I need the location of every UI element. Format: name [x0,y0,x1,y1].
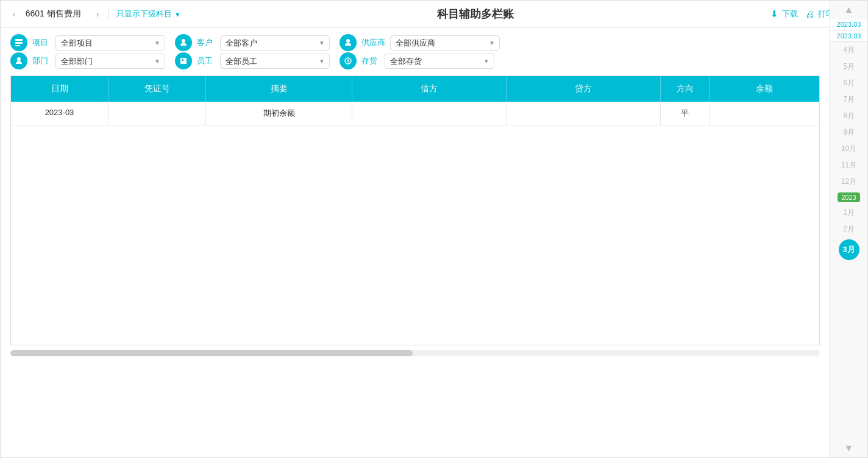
col-summary: 摘要 [206,76,352,102]
project-select-wrapper: 全部项目 [55,35,165,51]
inventory-label: 存货 [361,55,380,66]
col-direction: 方向 [661,76,710,102]
department-label: 部门 [32,55,51,66]
timeline-header-1[interactable]: 2023.03 [830,19,867,30]
filter-group-department: 部门 全部部门 [10,52,165,69]
main-container: ‹ 6601 销售费用 › 只显示下级科目 ▾ 科目辅助多栏账 ⬇ 下载 🖨 打… [0,0,868,458]
account-code-number: 6601 [26,9,44,18]
prev-nav-button[interactable]: ‹ [10,8,18,20]
cell-credit [507,102,661,125]
svg-point-4 [17,57,21,61]
timeline-month-6[interactable]: 6月 [830,75,867,91]
header-divider [108,8,109,20]
year-badge[interactable]: 2023 [838,192,859,202]
timeline-month-4[interactable]: 4月 [830,42,867,58]
project-icon [10,34,27,51]
inventory-select[interactable]: 全部存货 [385,54,494,69]
cell-date: 2023-03 [11,102,108,125]
timeline-month-10[interactable]: 10月 [830,141,867,157]
col-balance: 余额 [710,76,819,102]
timeline-selected-month[interactable]: 3月 [839,239,859,260]
header: ‹ 6601 销售费用 › 只显示下级科目 ▾ 科目辅助多栏账 ⬇ 下载 🖨 打… [1,1,867,28]
empty-area [11,125,819,345]
customer-select-wrapper: 全部客户 [220,35,330,51]
department-select-wrapper: 全部部门 [55,54,165,69]
svg-rect-1 [15,42,23,44]
supplier-select-wrapper: 全部供应商 [390,35,500,51]
download-button[interactable]: ⬇ 下载 [770,9,798,19]
timeline-month-5[interactable]: 5月 [830,58,867,75]
account-name: 销售费用 [47,9,81,18]
timeline-header-2[interactable]: 2023.03 [830,30,867,42]
filter-group-inventory: 存货 全部存货 [340,52,494,69]
customer-label: 客户 [197,37,215,48]
table-header: 日期 凭证号 摘要 借方 贷方 方向 余额 [11,76,819,102]
employee-label: 员工 [197,55,215,66]
svg-rect-6 [182,59,183,61]
print-icon: 🖨 [805,9,814,19]
col-voucher: 凭证号 [108,76,206,102]
cell-voucher [108,102,206,125]
supplier-select[interactable]: 全部供应商 [390,35,500,51]
employee-select-wrapper: 全部员工 [220,54,330,69]
cell-direction: 平 [661,102,710,125]
inventory-select-wrapper: 全部存货 [385,54,494,69]
project-label: 项目 [32,37,51,48]
employee-select[interactable]: 全部员工 [220,54,330,69]
show-sub-label: 只显示下级科目 [116,9,172,19]
timeline-month-1[interactable]: 1月 [830,205,867,221]
table-body: 2023-03 期初余额 平 [11,102,819,345]
department-icon [10,52,27,69]
svg-rect-5 [180,58,187,64]
supplier-icon [340,34,357,51]
account-code: 6601 销售费用 [26,9,87,19]
cell-summary: 期初余额 [206,102,352,125]
department-select[interactable]: 全部部门 [55,54,165,69]
employee-icon [175,52,192,69]
project-select[interactable]: 全部项目 [55,35,165,51]
timeline-month-8[interactable]: 8月 [830,108,867,124]
customer-icon [175,34,192,51]
timeline: ▲ 2023.03 2023.03 4月 5月 6月 7月 8月 9月 10月 … [830,1,867,457]
svg-rect-2 [15,45,20,46]
scrollbar-area [1,350,830,356]
inventory-icon [340,52,357,69]
svg-point-3 [346,39,350,43]
timeline-month-7[interactable]: 7月 [830,91,867,108]
table-area: 日期 凭证号 摘要 借方 贷方 方向 余额 2023-03 期初余额 平 [1,76,830,356]
page-title: 科目辅助多栏账 [187,7,763,21]
download-icon: ⬇ [770,9,778,19]
customer-select[interactable]: 全部客户 [220,35,330,51]
next-nav-button[interactable]: › [94,8,102,20]
timeline-down-button[interactable]: ▼ [841,439,858,457]
cell-debit [352,102,507,125]
col-date: 日期 [11,76,108,102]
filter-area-row2: 部门 全部部门 员工 全部员工 [1,52,867,76]
filter-group-customer: 客户 全部客户 [175,34,330,51]
svg-rect-0 [15,39,23,41]
table-row: 2023-03 期初余额 平 [11,102,819,125]
supplier-label: 供应商 [361,37,385,48]
timeline-up-button[interactable]: ▲ [841,1,858,19]
download-label: 下载 [782,9,798,19]
show-sub-button[interactable]: 只显示下级科目 ▾ [116,9,180,19]
timeline-month-12[interactable]: 12月 [830,174,867,190]
filter-group-employee: 员工 全部员工 [175,52,330,69]
filter-group-supplier: 供应商 全部供应商 [340,34,500,51]
timeline-month-11[interactable]: 11月 [830,157,867,174]
col-credit: 贷方 [507,76,661,102]
cell-balance [710,102,819,125]
timeline-month-9[interactable]: 9月 [830,124,867,141]
timeline-month-2[interactable]: 2月 [830,221,867,238]
dropdown-icon: ▾ [176,10,180,19]
horizontal-scrollbar[interactable] [10,350,820,356]
filter-group-project: 项目 全部项目 [10,34,165,51]
col-debit: 借方 [352,76,507,102]
scroll-thumb[interactable] [10,350,413,356]
table: 日期 凭证号 摘要 借方 贷方 方向 余额 2023-03 期初余额 平 [10,76,820,345]
